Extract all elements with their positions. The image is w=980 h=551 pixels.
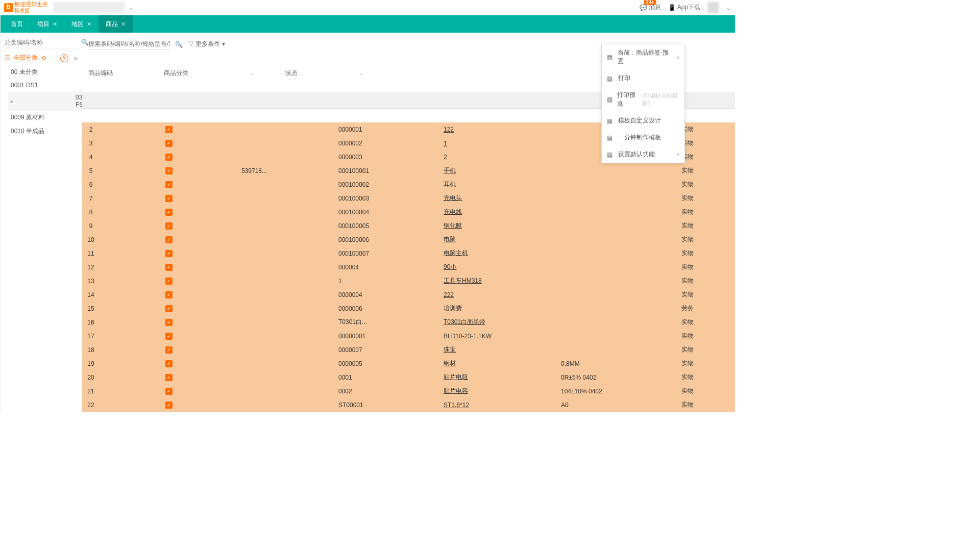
product-name-link[interactable]: 2 <box>444 154 447 161</box>
product-name-link[interactable]: 充电线 <box>444 208 462 215</box>
product-name-link[interactable]: 工具车HM318 <box>444 277 482 284</box>
checkbox-icon[interactable]: ✓ <box>165 388 173 395</box>
avatar[interactable] <box>707 2 719 13</box>
category-tree: 🔍 ☰ 全部分类 ⟲ ✎ « 00 未分类0001 DS1▸03 FS10009… <box>1 33 82 413</box>
product-name-link[interactable]: 充电头 <box>444 194 462 202</box>
table-row[interactable]: 14✓0000004222实物未分类移动平均千克千克千克✎⠿ <box>82 288 735 302</box>
checkbox-icon[interactable]: ✓ <box>165 291 173 298</box>
search-input[interactable] <box>88 38 170 50</box>
tree-root[interactable]: ☰ 全部分类 ⟲ ✎ « <box>1 53 82 63</box>
search-icon[interactable]: 🔍 <box>175 41 183 48</box>
tree-item[interactable]: 00 未分类 <box>8 65 82 79</box>
dropdown-item[interactable]: ▦打印预览(可编辑当前模板) <box>602 87 684 112</box>
tab[interactable]: 项目✕ <box>30 15 64 33</box>
table-row[interactable]: 12✓00000490小实物DS1移动平均个个个✎⠿ <box>82 260 735 274</box>
checkbox-icon[interactable]: ✓ <box>165 222 173 230</box>
dropdown-item[interactable]: ▦设置默认功能▾ <box>602 146 684 163</box>
close-icon[interactable]: ✕ <box>87 15 91 33</box>
tab[interactable]: 商品✕ <box>99 15 133 33</box>
product-name-link[interactable]: 耳机 <box>444 181 456 188</box>
tab[interactable]: 地区✕ <box>64 15 99 33</box>
product-name-link[interactable]: BLD10-23-1.1KW <box>444 333 492 340</box>
table-row[interactable]: 16✓T0301白...T0301白面黑带实物未分类移动平均个个个✎⠿ <box>82 315 735 329</box>
filter-category-select[interactable]: 商品分类⌄ <box>164 69 255 78</box>
filter-status-select[interactable]: 状态⌄ <box>285 69 364 78</box>
refresh-icon[interactable]: ⟲ <box>41 55 46 62</box>
product-name-link[interactable]: 贴片电容 <box>444 387 468 394</box>
tree-item[interactable]: ▸03 FS1 <box>8 91 82 111</box>
product-name-link[interactable]: 手机 <box>444 167 456 174</box>
print-dropdown: ▦当前：商品标签-预置▾▦打印▦打印预览(可编辑当前模板)▦模板自定义设计▦一分… <box>601 44 685 163</box>
menu-icon: ▦ <box>607 54 614 61</box>
product-name-link[interactable]: 122 <box>444 126 454 133</box>
checkbox-icon[interactable]: ✓ <box>165 402 173 409</box>
tree-item[interactable]: 0009 原材料 <box>8 111 82 124</box>
close-icon[interactable]: ✕ <box>121 15 126 33</box>
menu-icon: ▦ <box>607 96 613 103</box>
product-name-link[interactable]: 钢材 <box>444 360 456 367</box>
product-name-link[interactable]: 培训费 <box>444 305 462 312</box>
product-name-link[interactable]: 电脑主机 <box>444 249 468 257</box>
dropdown-item[interactable]: ▦打印 <box>602 70 684 87</box>
app-download-button[interactable]: 📱 App下载 <box>668 3 700 12</box>
product-name-link[interactable]: 90小 <box>444 263 456 270</box>
dropdown-item[interactable]: ▦当前：商品标签-预置▾ <box>602 44 684 70</box>
table-row[interactable]: 17✓00000001BLD10-23-1.1KW实物未分类移动平均PCSPCS… <box>82 329 735 343</box>
tab[interactable]: 首页 <box>4 15 30 33</box>
table-row[interactable]: 19✓0000005钢材0.8MM实物未分类移动平均钢材钢材钢材✎⠿ <box>82 357 735 370</box>
table-row[interactable]: 9✓000100005钢化膜实物DS1移动平均张张张✎⠿ <box>82 219 735 233</box>
checkbox-icon[interactable]: ✓ <box>165 181 173 188</box>
chevron-down-icon[interactable]: ⌄ <box>129 4 134 11</box>
checkbox-icon[interactable]: ✓ <box>165 305 173 312</box>
checkbox-icon[interactable]: ✓ <box>165 250 173 257</box>
chevron-down-icon[interactable]: ⌄ <box>726 4 731 11</box>
tree-item[interactable]: 0010 半成品 <box>8 124 82 138</box>
tree-item[interactable]: 0001 DS1 <box>8 79 82 91</box>
edit-icon[interactable]: ✎ <box>60 54 68 62</box>
table-row[interactable]: 22✓ST00001ST1.6*12A0实物ST移动平均支支支✎⠿ <box>82 398 735 412</box>
checkbox-icon[interactable]: ✓ <box>165 264 173 271</box>
checkbox-icon[interactable]: ✓ <box>165 209 173 216</box>
product-name-link[interactable]: 钢化膜 <box>444 222 462 229</box>
dropdown-item[interactable]: ▦一分钟制作模板 <box>602 129 684 146</box>
dropdown-item[interactable]: ▦模板自定义设计 <box>602 112 684 129</box>
table-row[interactable]: 21✓0002贴片电容104±10% 0402实物原材料移动平均PCSPCSPC… <box>82 384 735 398</box>
table-row[interactable]: 7✓000100003充电头实物DS1移动平均个个个✎⠿ <box>82 191 735 205</box>
product-name-link[interactable]: 1 <box>444 140 447 147</box>
checkbox-icon[interactable]: ✓ <box>165 333 173 340</box>
app-header: 畅捷通好生意 标准版 ⌄ 💬 消息 99+ 📱 App下载 ⌄ <box>0 0 735 15</box>
checkbox-icon[interactable]: ✓ <box>165 195 173 202</box>
checkbox-icon[interactable]: ✓ <box>165 126 173 133</box>
product-name-link[interactable]: T0301白面黑带 <box>444 318 485 325</box>
product-name-link[interactable]: ST1.6*12 <box>444 402 469 409</box>
checkbox-icon[interactable]: ✓ <box>165 360 173 367</box>
collapse-icon[interactable]: « <box>74 54 78 62</box>
table-row[interactable]: 6✓000100002耳机实物DS1移动平均副副副✎⠿ <box>82 178 735 191</box>
table-row[interactable]: 5✓539718...000100001手机实物DS1移动平均台台台✎⠿ <box>82 164 735 178</box>
table-row[interactable]: 8✓000100004充电线实物DS1移动平均条条条✎⠿ <box>82 205 735 219</box>
table-row[interactable]: 20✓0001贴片电阻0R±5% 0402实物原材料移动平均PCSPCSPCS✎… <box>82 370 735 384</box>
checkbox-icon[interactable]: ✓ <box>165 236 173 243</box>
product-name-link[interactable]: 珠宝 <box>444 346 456 353</box>
checkbox-icon[interactable]: ✓ <box>165 154 173 161</box>
checkbox-icon[interactable]: ✓ <box>165 374 173 381</box>
table-row[interactable]: 11✓000100007电脑主机实物DS1移动平均台台台✎⠿ <box>82 246 735 260</box>
checkbox-icon[interactable]: ✓ <box>165 167 173 174</box>
table-row[interactable]: 10✓000100006电脑实物DS1移动平均台台台✎⠿ <box>82 233 735 246</box>
table-row[interactable]: 15✓0000006培训费劳务未分类移动平均人/次人/次人/次✎⠿ <box>82 302 735 315</box>
product-name-link[interactable]: 电脑 <box>444 236 456 243</box>
more-filters-button[interactable]: ▽ 更多条件 ▾ <box>188 40 225 48</box>
messages-button[interactable]: 💬 消息 99+ <box>640 3 661 12</box>
table-row[interactable]: 13✓1工具车HM318实物未分类移动平均个个个✎⠿ <box>82 274 735 288</box>
tree-search-input[interactable] <box>5 37 81 48</box>
table-row[interactable]: 18✓0000007珠宝实物未分类移动平均千克千克千克✎⠿ <box>82 343 735 357</box>
product-name-link[interactable]: 222 <box>444 291 454 298</box>
org-selector[interactable] <box>53 2 125 13</box>
close-icon[interactable]: ✕ <box>53 15 57 33</box>
product-name-link[interactable]: 贴片电阻 <box>444 373 468 381</box>
checkbox-icon[interactable]: ✓ <box>165 140 173 147</box>
checkbox-icon[interactable]: ✓ <box>165 346 173 354</box>
checkbox-icon[interactable]: ✓ <box>165 319 173 326</box>
checkbox-icon[interactable]: ✓ <box>165 278 173 285</box>
menu-icon: ▦ <box>607 134 614 141</box>
